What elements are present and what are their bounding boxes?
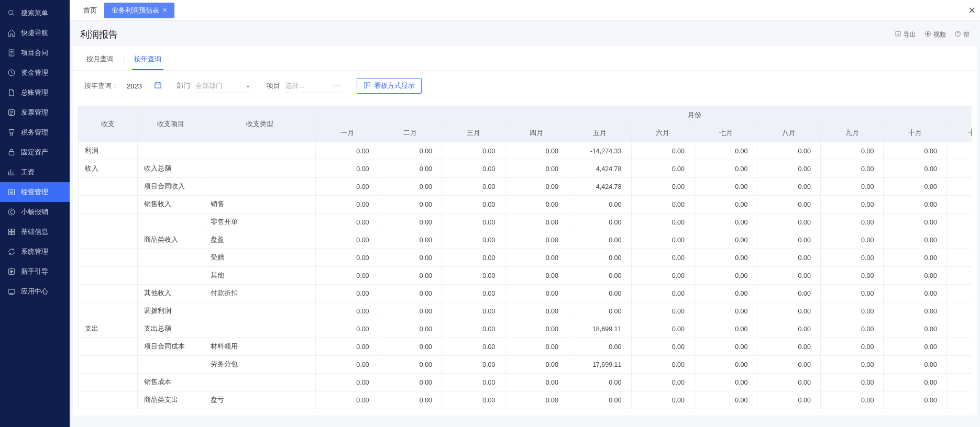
cell-value: 0.00	[694, 231, 757, 249]
cell-value: 0.00	[442, 178, 505, 196]
cell-value: 0.00	[442, 142, 505, 160]
sub-tab-yearly[interactable]: 按年查询	[132, 51, 163, 70]
cell-value: 0.00	[568, 302, 631, 320]
sidebar-item-fund-manage[interactable]: 资金管理	[0, 63, 70, 83]
cell-value: 0.00	[442, 214, 505, 231]
cell-value: 0.00	[568, 285, 631, 302]
tab-label: 业务利润预估表	[112, 6, 159, 15]
dept-select[interactable]: 全部部门 ⌄	[194, 79, 252, 93]
col-month: 六月	[631, 125, 694, 142]
sidebar-item-fixed-asset[interactable]: 固定资产	[0, 142, 70, 162]
sidebar-item-basic-info[interactable]: 基础信息	[0, 222, 70, 242]
cell-value: 0.00	[820, 302, 883, 320]
sidebar: 搜索菜单快捷导航项目合同资金管理总账管理发票管理税务管理固定资产工资经营管理小畅…	[0, 0, 70, 427]
sidebar-item-newbie-guide[interactable]: 新手引导	[0, 262, 70, 282]
cell-c0	[79, 391, 138, 409]
video-button[interactable]: 视频	[924, 30, 946, 39]
sidebar-item-label: 新手引导	[21, 267, 48, 276]
cell-value: 0.00	[757, 267, 820, 285]
sidebar-item-label: 资金管理	[21, 68, 48, 77]
sidebar-item-xiaochang-reimburse[interactable]: 小畅报销	[0, 202, 70, 222]
cell-value: 0.00	[884, 142, 946, 160]
export-button[interactable]: 导出	[895, 30, 916, 39]
cell-value: 0.00	[505, 196, 568, 214]
home-icon	[7, 29, 16, 37]
tab-home[interactable]: 首页	[76, 3, 104, 18]
cell-value: 0.00	[316, 231, 379, 249]
cell-value: 0.00	[505, 285, 568, 302]
svg-rect-16	[365, 82, 367, 88]
cup-icon	[7, 128, 16, 137]
cell-c2: 受赠	[204, 249, 315, 267]
tab-profit-estimate[interactable]: 业务利润预估表 ✕	[104, 3, 174, 18]
svg-point-0	[9, 10, 13, 15]
cell-c0	[79, 214, 138, 231]
table-row: 零售开单0.000.000.000.000.000.000.000.000.00…	[79, 214, 972, 231]
calendar-icon[interactable]	[154, 81, 162, 91]
sidebar-item-project-contract[interactable]: 项目合同	[0, 43, 70, 63]
cell-c1	[137, 142, 204, 160]
cell-value: 0.00	[757, 178, 820, 196]
table-scroll[interactable]: 收支收支项目收支类型月份一月二月三月四月五月六月七月八月九月十月十一月十二月 利…	[78, 106, 972, 409]
project-placeholder: 选择...	[285, 82, 305, 89]
sidebar-item-quick-nav[interactable]: 快捷导航	[0, 23, 70, 43]
sidebar-item-system-manage[interactable]: 系统管理	[0, 242, 70, 262]
export-label: 导出	[904, 30, 916, 39]
cell-c0	[79, 285, 138, 302]
kanban-view-button[interactable]: 看板方式显示	[357, 78, 422, 94]
cell-value: 0.00	[631, 391, 694, 409]
sidebar-item-tax-manage[interactable]: 税务管理	[0, 122, 70, 142]
cell-value: 0.00	[694, 356, 757, 374]
cell-value: 0.00	[946, 374, 972, 391]
cell-value: 0.00	[505, 160, 568, 178]
project-filter: 项目 选择... ⋯	[267, 79, 342, 93]
cell-value: 0.00	[946, 302, 972, 320]
col-month: 三月	[442, 125, 505, 142]
cell-c1: 销售成本	[137, 374, 204, 391]
cell-value: 0.00	[757, 214, 820, 231]
close-all-icon[interactable]: ✕	[968, 5, 976, 16]
cell-value: 0.00	[442, 320, 505, 338]
cell-value: 0.00	[757, 142, 820, 160]
sidebar-item-salary[interactable]: 工资	[0, 162, 70, 182]
cell-value: 0.00	[442, 374, 505, 391]
tabs-bar: 首页 业务利润预估表 ✕ ✕	[70, 0, 980, 21]
table-row: 劳务分包0.000.000.000.0017,699.110.000.000.0…	[79, 356, 972, 374]
col-month: 七月	[694, 125, 757, 142]
project-label: 项目	[267, 81, 280, 91]
lock-icon	[7, 148, 16, 156]
cell-value: 0.00	[884, 285, 946, 302]
cell-value: 0.00	[757, 374, 820, 391]
cell-value: 0.00	[379, 178, 442, 196]
sidebar-item-ledger-manage[interactable]: 总账管理	[0, 83, 70, 103]
table-row: 项目合同收入0.000.000.000.004,424.780.000.000.…	[79, 178, 972, 196]
sidebar-item-business-manage[interactable]: 经营管理	[0, 182, 70, 202]
year-label: 按年查询：	[84, 81, 118, 91]
sidebar-item-search-menu[interactable]: 搜索菜单	[0, 3, 70, 23]
cell-value: 0.00	[631, 320, 694, 338]
year-value[interactable]: 2023	[124, 80, 149, 92]
cell-value: 0.00	[442, 391, 505, 409]
close-icon[interactable]: ✕	[162, 7, 167, 14]
cell-value: 0.00	[316, 285, 379, 302]
cell-value: 0.00	[505, 338, 568, 356]
cell-c2	[204, 320, 315, 338]
cell-value: 0.00	[757, 391, 820, 409]
help-button[interactable]: 帮	[954, 30, 970, 39]
sidebar-item-label: 应用中心	[21, 287, 48, 296]
cell-c1: 商品类收入	[137, 231, 204, 249]
sidebar-item-label: 搜索菜单	[21, 8, 48, 18]
cell-value: 0.00	[442, 231, 505, 249]
sidebar-item-invoice-manage[interactable]: 发票管理	[0, 103, 70, 122]
cell-value: 0.00	[820, 356, 883, 374]
cell-c2	[204, 178, 315, 196]
project-select[interactable]: 选择... ⋯	[284, 79, 342, 93]
cell-value: 0.00	[757, 196, 820, 214]
cell-value: 0.00	[946, 178, 972, 196]
cell-value: 0.00	[379, 142, 442, 160]
cell-value: 0.00	[379, 356, 442, 374]
cell-value: 0.00	[379, 302, 442, 320]
cell-value: 0.00	[379, 196, 442, 214]
sidebar-item-app-center[interactable]: 应用中心	[0, 282, 70, 301]
sub-tab-monthly[interactable]: 按月查询	[84, 51, 116, 70]
